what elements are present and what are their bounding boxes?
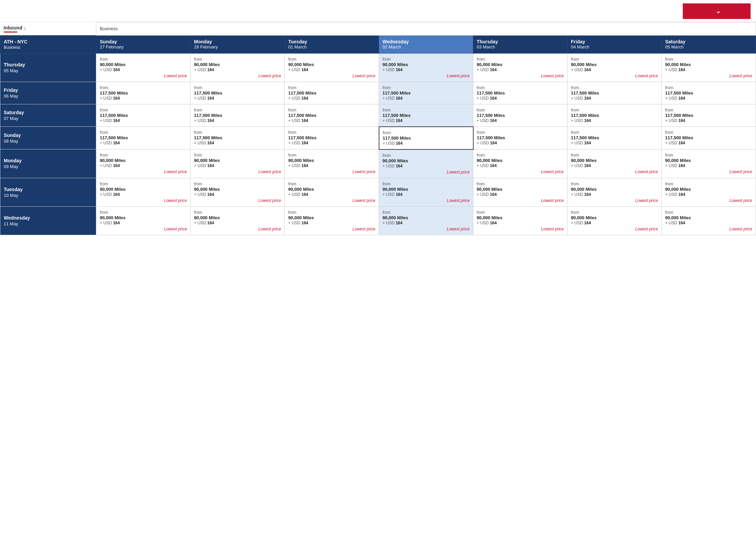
price-cell-r4-c3[interactable]: from 90,000 Miles + USD 164 Lowest price <box>379 149 473 178</box>
price-cell-r5-c0[interactable]: from 90,000 Miles + USD 164 Lowest price <box>96 178 191 206</box>
from-label: from <box>382 57 470 62</box>
price-cell-r0-c0[interactable]: from 90,000 Miles + USD 164 Lowest price <box>96 53 191 82</box>
price-cell-r2-c5[interactable]: from 117,500 Miles + USD 164 <box>568 104 662 127</box>
lowest-price-label: Lowest price <box>100 74 187 78</box>
col-header-6[interactable]: Saturday05 March <box>661 35 756 53</box>
from-label: from <box>665 182 752 186</box>
price-cell-r5-c3[interactable]: from 90,000 Miles + USD 164 Lowest price <box>379 178 473 206</box>
price-cell-r1-c3[interactable]: from 117,500 Miles + USD 164 <box>379 82 473 104</box>
price-cell-r0-c1[interactable]: from 90,000 Miles + USD 164 Lowest price <box>191 53 285 82</box>
col-header-0[interactable]: Sunday27 February <box>96 35 191 53</box>
price-cell-r1-c4[interactable]: from 117,500 Miles + USD 164 <box>473 82 568 104</box>
usd-value: + USD 164 <box>100 96 187 101</box>
sort-arrow-icon: ↓ <box>24 25 26 30</box>
price-cell-r2-c4[interactable]: from 117,500 Miles + USD 164 <box>473 104 568 127</box>
price-cell-r1-c1[interactable]: from 117,500 Miles + USD 164 <box>191 82 285 104</box>
miles-value: 90,000 Miles <box>665 187 691 192</box>
usd-value: + USD 164 <box>383 141 470 146</box>
from-label: from <box>382 85 470 90</box>
usd-value: + USD 164 <box>100 192 187 197</box>
miles-value: 90,000 Miles <box>288 158 314 163</box>
price-cell-r6-c0[interactable]: from 90,000 Miles + USD 164 Lowest price <box>96 206 191 235</box>
col-header-5[interactable]: Friday04 March <box>568 35 662 53</box>
price-cell-r0-c4[interactable]: from 90,000 Miles + USD 164 Lowest price <box>473 53 568 82</box>
row-date: 08 May <box>4 139 93 144</box>
from-label: from <box>288 130 375 135</box>
price-cell-r3-c6[interactable]: from 117,500 Miles + USD 164 <box>661 127 756 149</box>
row-day: Sunday <box>4 132 93 138</box>
lowest-price-label: Lowest price <box>194 198 281 203</box>
table-container: Inbound↓BusinessATH - NYCBusinessSunday2… <box>0 22 756 235</box>
miles-value: 90,000 Miles <box>194 187 220 192</box>
miles-value: 90,000 Miles <box>100 62 125 67</box>
price-cell-r5-c2[interactable]: from 90,000 Miles + USD 164 Lowest price <box>285 178 379 206</box>
price-cell-r6-c6[interactable]: from 90,000 Miles + USD 164 Lowest price <box>661 206 756 235</box>
view-summary-button[interactable]: ⌄ <box>683 3 751 19</box>
col-day-date: 01 March <box>288 44 375 49</box>
price-cell-r5-c4[interactable]: from 90,000 Miles + USD 164 Lowest price <box>473 178 568 206</box>
miles-value: 90,000 Miles <box>382 187 408 192</box>
price-cell-r6-c5[interactable]: from 90,000 Miles + USD 164 Lowest price <box>568 206 662 235</box>
col-day-date: 02 March <box>382 44 470 49</box>
price-cell-r2-c6[interactable]: from 117,500 Miles + USD 164 <box>661 104 756 127</box>
price-cell-r4-c6[interactable]: from 90,000 Miles + USD 164 Lowest price <box>661 149 756 178</box>
col-day-name: Sunday <box>100 39 187 44</box>
page-header: ⌄ <box>0 0 756 22</box>
price-cell-r6-c4[interactable]: from 90,000 Miles + USD 164 Lowest price <box>473 206 568 235</box>
price-cell-r2-c1[interactable]: from 117,500 Miles + USD 164 <box>191 104 285 127</box>
price-cell-r5-c5[interactable]: from 90,000 Miles + USD 164 Lowest price <box>568 178 662 206</box>
usd-value: + USD 164 <box>477 221 564 225</box>
price-cell-r5-c1[interactable]: from 90,000 Miles + USD 164 Lowest price <box>191 178 285 206</box>
col-header-2[interactable]: Tuesday01 March <box>285 35 379 53</box>
price-cell-r0-c6[interactable]: from 90,000 Miles + USD 164 Lowest price <box>661 53 756 82</box>
from-label: from <box>571 130 658 135</box>
price-cell-r4-c0[interactable]: from 90,000 Miles + USD 164 Lowest price <box>96 149 191 178</box>
filter-row: Inbound↓Business <box>0 22 756 36</box>
price-cell-r0-c5[interactable]: from 90,000 Miles + USD 164 Lowest price <box>568 53 662 82</box>
usd-value: + USD 164 <box>288 118 375 123</box>
col-header-3[interactable]: Wednesday02 March <box>379 35 473 53</box>
from-label: from <box>477 210 564 215</box>
price-cell-r3-c1[interactable]: from 117,500 Miles + USD 164 <box>191 127 285 149</box>
price-cell-r4-c5[interactable]: from 90,000 Miles + USD 164 Lowest price <box>568 149 662 178</box>
price-cell-r4-c4[interactable]: from 90,000 Miles + USD 164 Lowest price <box>473 149 568 178</box>
from-label: from <box>382 108 470 112</box>
price-cell-r4-c2[interactable]: from 90,000 Miles + USD 164 Lowest price <box>285 149 379 178</box>
from-label: from <box>665 108 752 112</box>
price-cell-r0-c2[interactable]: from 90,000 Miles + USD 164 Lowest price <box>285 53 379 82</box>
miles-value: 117,500 Miles <box>571 113 599 118</box>
price-cell-r3-c2[interactable]: from 117,500 Miles + USD 164 <box>285 127 379 149</box>
price-cell-r3-c3[interactable]: from 117,500 Miles + USD 164 <box>379 127 473 149</box>
price-cell-r4-c1[interactable]: from 90,000 Miles + USD 164 Lowest price <box>191 149 285 178</box>
usd-value: + USD 164 <box>288 192 375 197</box>
usd-value: + USD 164 <box>382 118 470 123</box>
price-cell-r1-c2[interactable]: from 117,500 Miles + USD 164 <box>285 82 379 104</box>
price-cell-r3-c5[interactable]: from 117,500 Miles + USD 164 <box>568 127 662 149</box>
price-cell-r1-c0[interactable]: from 117,500 Miles + USD 164 <box>96 82 191 104</box>
usd-value: + USD 164 <box>194 221 281 225</box>
miles-value: 117,500 Miles <box>382 90 411 96</box>
miles-value: 117,500 Miles <box>477 113 505 118</box>
lowest-price-label: Lowest price <box>382 170 470 174</box>
price-cell-r0-c3[interactable]: from 90,000 Miles + USD 164 Lowest price <box>379 53 473 82</box>
col-header-1[interactable]: Monday28 February <box>191 35 285 53</box>
usd-value: + USD 164 <box>477 96 564 101</box>
price-cell-r6-c3[interactable]: from 90,000 Miles + USD 164 Lowest price <box>379 206 473 235</box>
miles-value: 90,000 Miles <box>288 215 314 220</box>
col-day-date: 28 February <box>194 44 281 49</box>
price-cell-r1-c5[interactable]: from 117,500 Miles + USD 164 <box>568 82 662 104</box>
price-cell-r3-c4[interactable]: from 117,500 Miles + USD 164 <box>473 127 568 149</box>
price-cell-r6-c2[interactable]: from 90,000 Miles + USD 164 Lowest price <box>285 206 379 235</box>
price-cell-r1-c6[interactable]: from 117,500 Miles + USD 164 <box>661 82 756 104</box>
lowest-price-label: Lowest price <box>100 227 187 231</box>
col-header-4[interactable]: Thursday03 March <box>473 35 568 53</box>
price-cell-r3-c0[interactable]: from 117,500 Miles + USD 164 <box>96 127 191 149</box>
price-cell-r5-c6[interactable]: from 90,000 Miles + USD 164 Lowest price <box>661 178 756 206</box>
price-cell-r6-c1[interactable]: from 90,000 Miles + USD 164 Lowest price <box>191 206 285 235</box>
price-cell-r2-c2[interactable]: from 117,500 Miles + USD 164 <box>285 104 379 127</box>
price-cell-r2-c3[interactable]: from 117,500 Miles + USD 164 <box>379 104 473 127</box>
price-cell-r2-c0[interactable]: from 117,500 Miles + USD 164 <box>96 104 191 127</box>
table-row: Friday06 May from 117,500 Miles + USD 16… <box>0 82 756 104</box>
from-label: from <box>665 130 752 135</box>
cabin-filter-cell[interactable]: Business <box>96 22 756 36</box>
